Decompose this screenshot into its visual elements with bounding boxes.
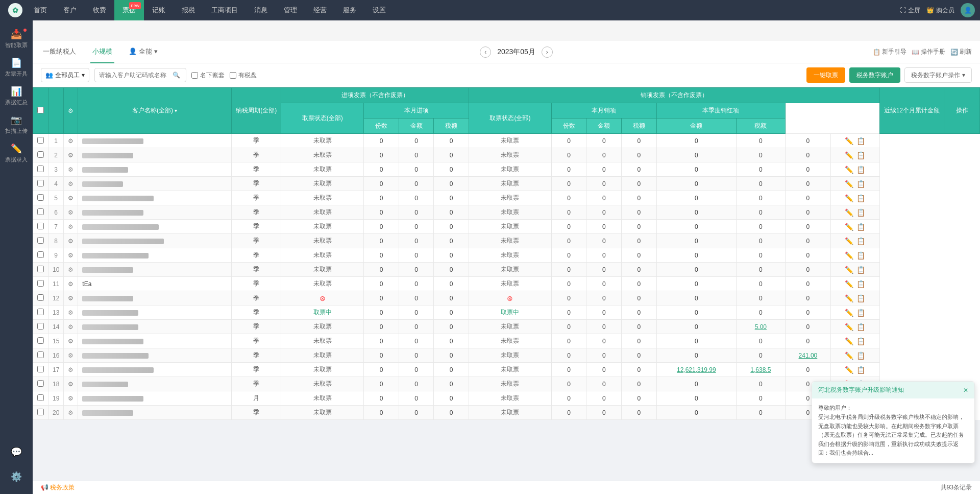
row-checkbox[interactable] [37,194,44,201]
edit-icon[interactable]: ✏️ [845,151,853,159]
client-cell[interactable]: tEa [78,277,232,291]
client-cell[interactable] [78,263,232,277]
onekey-fetch-button[interactable]: 一键取票 [806,67,845,83]
digital-account-op-button[interactable]: 税务数字账户操作 ▾ [904,67,972,83]
copy-icon[interactable]: 📋 [856,223,865,231]
in-status-cell[interactable]: 未取票 [281,205,364,220]
client-cell[interactable] [78,248,232,263]
nav-bookkeeping[interactable]: 记账 [144,0,174,20]
member-button[interactable]: 👑 购会员 [926,6,954,15]
th-in-status[interactable]: 取票状态(全部) [281,103,364,134]
sidebar-item-summary[interactable]: 📊 票据汇总 [0,82,33,110]
in-status-cell[interactable]: 未取票 [281,406,364,420]
client-cell[interactable] [78,234,232,248]
row-checkbox[interactable] [37,323,44,330]
edit-icon[interactable]: ✏️ [845,137,853,145]
edit-icon[interactable]: ✏️ [845,180,853,188]
th-client[interactable]: 客户名称(全部) ▾ [78,88,232,134]
checkbox-label-taxpad[interactable]: 有税盘 [230,71,257,80]
client-cell[interactable] [78,320,232,334]
row-gear-icon[interactable]: ⚙ [68,195,74,202]
nav-fee[interactable]: 收费 [85,0,114,20]
tab-general-taxpayer[interactable]: 一般纳税人 [41,41,78,63]
copy-icon[interactable]: 📋 [856,151,865,159]
client-cell[interactable] [78,363,232,377]
client-cell[interactable] [78,305,232,320]
row-gear-icon[interactable]: ⚙ [68,295,74,302]
client-cell[interactable] [78,291,232,305]
user-avatar[interactable]: 👤 [961,3,975,17]
row-checkbox[interactable] [37,280,44,287]
client-cell[interactable] [78,177,232,191]
client-cell[interactable] [78,334,232,348]
tab-all[interactable]: 👤 全能 ▾ [127,41,160,63]
row-gear-icon[interactable]: ⚙ [68,381,74,388]
in-status-cell[interactable]: 未取票 [281,263,364,277]
client-cell[interactable] [78,348,232,363]
out-status-cell[interactable]: 取票中 [469,305,551,320]
nav-service[interactable]: 服务 [335,0,364,20]
client-cell[interactable] [78,191,232,205]
th-out-status[interactable]: 取票状态(全部) [469,103,551,134]
row-checkbox[interactable] [37,237,44,244]
copy-icon[interactable]: 📋 [856,237,865,245]
client-cell[interactable] [78,220,232,234]
out-status-cell[interactable]: 未取票 [469,320,551,334]
out-status-cell[interactable]: 未取票 [469,162,551,177]
row-gear-icon[interactable]: ⚙ [68,252,74,259]
notification-close-button[interactable]: ✕ [963,387,968,394]
row-gear-icon[interactable]: ⚙ [68,395,74,402]
copy-icon[interactable]: 📋 [856,337,865,345]
row-gear-icon[interactable]: ⚙ [68,366,74,373]
edit-icon[interactable]: ✏️ [845,309,853,317]
nav-invoice[interactable]: 票据 new [114,0,144,20]
checkbox-account[interactable] [191,72,198,79]
in-status-cell[interactable]: 未取票 [281,277,364,291]
out-status-cell[interactable]: 未取票 [469,148,551,162]
in-status-cell[interactable]: 未取票 [281,391,364,406]
in-status-cell[interactable]: 未取票 [281,334,364,348]
search-input[interactable] [99,72,170,79]
row-checkbox[interactable] [37,151,44,158]
in-status-cell[interactable]: 未取票 [281,220,364,234]
out-status-cell[interactable]: 未取票 [469,363,551,377]
out-status-cell[interactable]: 未取票 [469,191,551,205]
copy-icon[interactable]: 📋 [856,351,865,360]
out-status-cell[interactable]: 未取票 [469,348,551,363]
next-month-button[interactable]: › [542,46,553,58]
row-gear-icon[interactable]: ⚙ [68,152,74,159]
row-checkbox[interactable] [37,251,44,258]
sidebar-item-entry[interactable]: ✏️ 票据录入 [0,139,33,168]
in-status-cell[interactable]: 未取票 [281,348,364,363]
row-gear-icon[interactable]: ⚙ [68,223,74,230]
tax-policy-link[interactable]: 📢 税务政策 [41,483,75,492]
th-tax-period[interactable]: 纳税周期(全部) [232,88,281,134]
row-gear-icon[interactable]: ⚙ [68,209,74,216]
sidebar-item-smart-invoice[interactable]: 📥 智能取票 [0,25,33,53]
nav-admin[interactable]: 管理 [276,0,305,20]
sidebar-item-scan[interactable]: 📷 扫描上传 [0,110,33,139]
manual-button[interactable]: 📖 操作手册 [912,48,945,56]
edit-icon[interactable]: ✏️ [845,280,853,288]
client-cell[interactable] [78,162,232,177]
edit-icon[interactable]: ✏️ [845,266,853,274]
in-status-cell[interactable]: 取票中 [281,305,364,320]
row-gear-icon[interactable]: ⚙ [68,266,74,273]
nav-home[interactable]: 首页 [26,0,55,20]
row-checkbox[interactable] [37,366,44,372]
in-status-cell[interactable]: 未取票 [281,234,364,248]
out-status-cell[interactable]: 未取票 [469,205,551,220]
edit-icon[interactable]: ✏️ [845,237,853,245]
out-status-cell[interactable]: 未取票 [469,406,551,420]
select-all-checkbox[interactable] [37,107,44,113]
row-checkbox[interactable] [37,137,44,144]
edit-icon[interactable]: ✏️ [845,323,853,331]
edit-icon[interactable]: ✏️ [845,223,853,231]
copy-icon[interactable]: 📋 [856,266,865,274]
row-gear-icon[interactable]: ⚙ [68,238,74,245]
copy-icon[interactable]: 📋 [856,137,865,145]
out-status-cell[interactable]: 未取票 [469,391,551,406]
out-status-cell[interactable]: 未取票 [469,177,551,191]
row-gear-icon[interactable]: ⚙ [68,409,74,416]
checkbox-taxpad[interactable] [230,72,236,79]
